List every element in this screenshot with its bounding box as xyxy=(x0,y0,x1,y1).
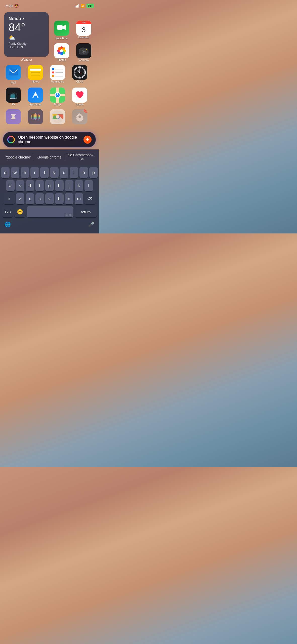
clock-icon: 12 3 6 9 xyxy=(72,65,87,80)
siri-waves xyxy=(31,113,40,120)
health-app[interactable]: Health xyxy=(70,88,89,106)
status-bar: 7:29 🔕 📶 80+ xyxy=(0,0,99,10)
globe-key[interactable]: 🌐 xyxy=(2,219,13,230)
key-w[interactable]: w xyxy=(11,167,19,178)
key-s[interactable]: s xyxy=(16,180,24,191)
keyboard: q w e r t y u i o p a s d f g h j k l ⇧ … xyxy=(0,165,99,233)
settings-icon: 1 xyxy=(72,109,87,124)
taskade-app[interactable] xyxy=(4,109,23,125)
key-c[interactable]: c xyxy=(35,193,44,204)
key-l[interactable]: l xyxy=(84,180,93,191)
key-u[interactable]: u xyxy=(60,167,68,178)
home-screen: Noida ➤ 84° ⛅ Partly Cloudy H:91° L:79° … xyxy=(0,10,99,130)
reminders-label: Reminders xyxy=(51,80,64,83)
keyboard-bottom-row: 🌐 🎤 xyxy=(1,218,98,230)
key-p[interactable]: p xyxy=(89,167,98,178)
key-123[interactable]: 123 xyxy=(2,206,13,217)
keyboard-row-2: a s d f g h j k l xyxy=(1,180,98,191)
facetime-calendar-row: FaceTime TUE 3 Calendar xyxy=(52,21,95,40)
key-x[interactable]: x xyxy=(26,193,34,204)
clock-app[interactable]: 12 3 6 9 xyxy=(70,65,89,84)
shift-key[interactable]: ⇧ xyxy=(4,193,15,204)
key-h[interactable]: h xyxy=(55,180,64,191)
clock-label: Clock xyxy=(76,80,83,83)
chrome-icon xyxy=(50,109,65,124)
key-y[interactable]: y xyxy=(50,167,59,178)
photos-label: Photos xyxy=(57,58,66,61)
key-space[interactable]: EN HI xyxy=(27,206,73,217)
key-o[interactable]: o xyxy=(79,167,88,178)
key-g[interactable]: g xyxy=(45,180,54,191)
weather-city: Noida ➤ xyxy=(9,16,44,21)
key-e[interactable]: e xyxy=(21,167,29,178)
autocomplete-bar: "google chrome" Google chrome gle Chrome… xyxy=(0,149,99,165)
autocomplete-item-1[interactable]: "google chrome" xyxy=(3,154,34,160)
location-arrow: ➤ xyxy=(22,17,25,21)
camera-label: Camera xyxy=(79,58,89,61)
calendar-app[interactable]: TUE 3 Calendar xyxy=(74,21,93,40)
siri-shortcut-app[interactable] xyxy=(26,109,45,125)
key-q[interactable]: q xyxy=(1,167,10,178)
svg-text:9: 9 xyxy=(75,72,76,73)
key-n[interactable]: n xyxy=(65,193,73,204)
appstore-label: App Store xyxy=(29,103,42,106)
time: 7:29 xyxy=(5,4,13,8)
facetime-app[interactable]: FaceTime xyxy=(52,21,71,40)
siri-submit-button[interactable] xyxy=(83,136,92,144)
return-key[interactable]: return xyxy=(75,206,97,217)
key-f[interactable]: f xyxy=(35,180,44,191)
maps-label: Maps xyxy=(54,103,61,106)
weather-temp: 84° xyxy=(9,21,44,33)
tv-app[interactable]: 📺 TV xyxy=(4,88,23,106)
weather-widget[interactable]: Noida ➤ 84° ⛅ Partly Cloudy H:91° L:79° … xyxy=(4,12,49,61)
settings-app[interactable]: 1 xyxy=(70,109,89,125)
mute-icon: 🔕 xyxy=(14,4,19,8)
appstore-app[interactable]: App Store xyxy=(26,88,45,106)
autocomplete-item-2[interactable]: Google chrome xyxy=(34,154,65,160)
notes-app[interactable]: Notes xyxy=(26,65,45,84)
mic-key[interactable]: 🎤 xyxy=(86,219,97,230)
mail-app[interactable]: Mail xyxy=(4,65,23,84)
tv-label: TV xyxy=(12,103,15,106)
key-r[interactable]: r xyxy=(30,167,39,178)
calendar-label: Calendar xyxy=(78,36,90,39)
reminders-app[interactable]: Reminders xyxy=(48,65,67,84)
row4-partial: 1 xyxy=(4,109,95,125)
key-i[interactable]: i xyxy=(70,167,78,178)
status-right: 📶 80+ xyxy=(75,4,94,8)
key-j[interactable]: j xyxy=(65,180,73,191)
key-t[interactable]: t xyxy=(40,167,49,178)
key-b[interactable]: b xyxy=(55,193,64,204)
autocomplete-item-3[interactable]: gle Chromebook（क xyxy=(65,152,96,163)
signal-bar-1 xyxy=(75,6,75,8)
status-left: 7:29 🔕 xyxy=(5,4,19,8)
reminder-line-3 xyxy=(52,75,63,77)
chrome-app[interactable] xyxy=(48,109,67,125)
keyboard-row-1: q w e r t y u i o p xyxy=(1,167,98,178)
tv-icon: 📺 xyxy=(6,88,21,103)
row2: Mail Notes xyxy=(4,65,95,84)
signal-bars xyxy=(75,4,79,8)
key-emoji[interactable]: 😊 xyxy=(14,206,25,217)
photos-camera-row: Photos xyxy=(52,43,95,61)
reminders-icon xyxy=(50,65,65,80)
delete-key[interactable]: ⌫ xyxy=(84,193,96,204)
key-d[interactable]: d xyxy=(26,180,34,191)
photos-app[interactable]: Photos xyxy=(52,43,71,61)
svg-rect-0 xyxy=(57,25,63,30)
facetime-icon xyxy=(54,21,69,36)
key-a[interactable]: a xyxy=(6,180,15,191)
key-z[interactable]: z xyxy=(16,193,24,204)
siri-input-bar[interactable]: Open beebom website on google chrome xyxy=(3,132,96,147)
mail-label: Mail xyxy=(11,81,16,84)
top-home-row: Noida ➤ 84° ⛅ Partly Cloudy H:91° L:79° … xyxy=(4,12,95,61)
key-v[interactable]: v xyxy=(45,193,54,204)
weather-highlow: H:91° L:79° xyxy=(9,46,44,49)
camera-app[interactable]: Camera xyxy=(74,43,93,61)
key-m[interactable]: m xyxy=(75,193,83,204)
key-k[interactable]: k xyxy=(75,180,83,191)
maps-app[interactable]: Maps xyxy=(48,88,67,106)
health-label: Health xyxy=(76,103,84,106)
svg-point-40 xyxy=(78,115,81,118)
svg-text:6: 6 xyxy=(79,75,80,77)
